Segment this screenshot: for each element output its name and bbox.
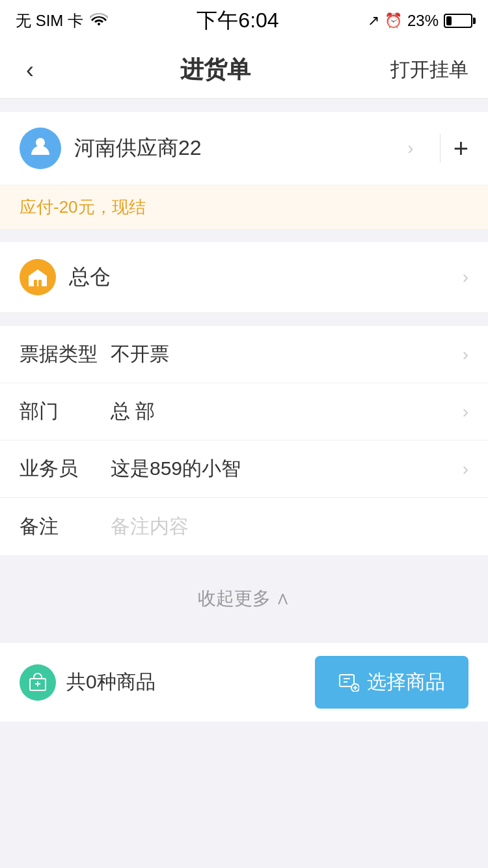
remark-label: 备注	[20, 513, 111, 540]
svg-rect-2	[38, 280, 42, 286]
bottom-bar: 共0种商品 选择商品	[0, 642, 488, 722]
svg-rect-1	[34, 280, 37, 286]
supplier-name: 河南供应商22	[74, 134, 407, 163]
status-bar: 无 SIM 卡 下午6:04 ↗ ⏰ 23%	[0, 0, 488, 42]
salesperson-row[interactable]: 业务员 这是859的小智 ›	[0, 441, 488, 498]
location-icon: ↗	[368, 12, 379, 29]
form-section: 票据类型 不开票 › 部门 总 部 › 业务员 这是859的小智 › 备注 备注…	[0, 326, 488, 555]
status-right: ↗ ⏰ 23%	[368, 12, 472, 30]
add-supplier-button[interactable]: +	[454, 134, 468, 163]
warehouse-icon-wrap	[20, 259, 56, 295]
supplier-row[interactable]: 河南供应商22 › +	[0, 112, 488, 185]
status-carrier: 无 SIM 卡	[16, 10, 108, 31]
collapse-label: 收起更多 ∧	[198, 586, 291, 611]
supplier-section: 河南供应商22 › + 应付-20元，现结	[0, 112, 488, 229]
select-product-button[interactable]: 选择商品	[315, 656, 468, 709]
product-count-text: 共0种商品	[66, 669, 156, 696]
supplier-chevron-icon: ›	[407, 138, 413, 159]
select-product-icon	[338, 673, 359, 692]
collapse-button[interactable]: 收起更多 ∧	[0, 568, 488, 629]
department-chevron-icon: ›	[463, 401, 468, 422]
warehouse-icon	[27, 267, 48, 288]
warehouse-row[interactable]: 总仓 ›	[0, 242, 488, 313]
department-value: 总 部	[111, 398, 456, 425]
svg-point-0	[36, 138, 45, 147]
supplier-divider	[440, 134, 441, 163]
avatar-icon	[29, 134, 52, 163]
supplier-avatar	[20, 128, 61, 169]
warehouse-chevron-icon: ›	[463, 267, 468, 288]
top-divider	[0, 99, 488, 112]
remark-placeholder: 备注内容	[111, 513, 468, 540]
battery-icon	[444, 14, 472, 28]
alarm-icon: ⏰	[385, 12, 402, 29]
svg-rect-4	[340, 675, 354, 686]
invoice-label: 票据类型	[20, 341, 111, 368]
wifi-icon	[90, 12, 108, 30]
open-pending-button[interactable]: 打开挂单	[390, 57, 468, 83]
page-title: 进货单	[180, 54, 251, 86]
product-count-wrap: 共0种商品	[20, 664, 156, 701]
invoice-type-row[interactable]: 票据类型 不开票 ›	[0, 326, 488, 383]
nav-bar: ‹ 进货单 打开挂单	[0, 42, 488, 99]
select-product-label: 选择商品	[367, 669, 445, 696]
notice-text: 应付-20元，现结	[20, 197, 146, 217]
invoice-value: 不开票	[111, 341, 456, 368]
salesperson-label: 业务员	[20, 455, 111, 482]
status-time: 下午6:04	[197, 7, 278, 35]
carrier-text: 无 SIM 卡	[16, 10, 83, 31]
department-label: 部门	[20, 398, 111, 425]
salesperson-chevron-icon: ›	[463, 459, 468, 480]
gap-1	[0, 229, 488, 242]
product-icon	[27, 672, 48, 693]
product-icon-wrap	[20, 664, 56, 701]
payment-notice: 应付-20元，现结	[0, 185, 488, 229]
warehouse-name: 总仓	[69, 263, 463, 292]
department-row[interactable]: 部门 总 部 ›	[0, 383, 488, 441]
salesperson-value: 这是859的小智	[111, 455, 456, 482]
back-button[interactable]: ‹	[20, 50, 40, 90]
battery-text: 23%	[407, 12, 439, 30]
remark-row[interactable]: 备注 备注内容	[0, 498, 488, 555]
invoice-chevron-icon: ›	[463, 344, 468, 365]
